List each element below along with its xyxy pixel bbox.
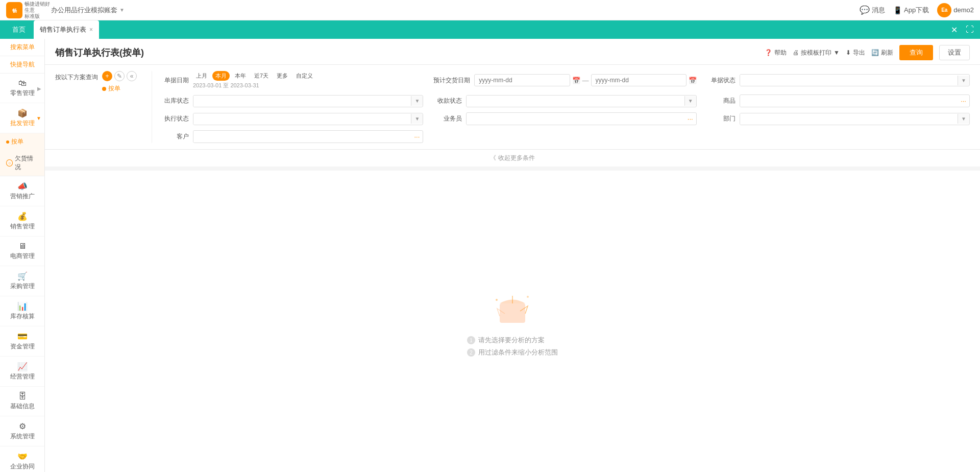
plan-dot: [102, 87, 106, 91]
exec-input[interactable]: [193, 113, 411, 125]
status-dropdown[interactable]: ▼: [740, 74, 970, 86]
dept-dropdown[interactable]: ▼: [740, 113, 970, 125]
sidebar-item-marketing[interactable]: 📣 营销推广: [0, 176, 44, 206]
dept-input[interactable]: [740, 113, 958, 125]
empty-state: 1 请先选择要分析的方案 2 用过滤条件来缩小分析范围: [45, 171, 980, 472]
sidebar-item-system[interactable]: ⚙ 系统管理: [0, 416, 44, 446]
delivery-input[interactable]: [193, 96, 411, 107]
submenu-item-debt[interactable]: ○ 欠货情况: [0, 150, 44, 176]
status-dropdown-arrow[interactable]: ▼: [958, 76, 969, 85]
help-button[interactable]: ❓ 帮助: [765, 49, 787, 57]
logo-icon: 畅: [6, 2, 22, 18]
plan-item-order[interactable]: 按单: [102, 84, 137, 93]
export-button[interactable]: ⬇ 导出: [846, 49, 865, 57]
expected-date-end-input[interactable]: [591, 74, 687, 86]
exec-dropdown[interactable]: ▼: [193, 113, 423, 125]
date-tab-custom[interactable]: 自定义: [293, 71, 316, 81]
empty-step-1: 1 请先选择要分析的方案: [467, 336, 558, 345]
sidebar-item-wholesale[interactable]: 📦 批发管理 ▼: [0, 103, 44, 133]
tab-bar: 首页 销售订单执行表 × ✕ ⛶: [0, 20, 980, 39]
date-tab-more[interactable]: 更多: [274, 71, 291, 81]
sidebar-item-finance[interactable]: 💳 资金管理: [0, 326, 44, 357]
filter-row-4: 客户 ···: [160, 130, 970, 143]
help-icon: ❓: [765, 49, 772, 56]
step-2-num: 2: [467, 348, 475, 357]
sidebar-item-purchase[interactable]: 🛒 采购管理: [0, 266, 44, 296]
collection-dropdown-arrow[interactable]: ▼: [684, 96, 696, 106]
collection-input[interactable]: [467, 96, 684, 107]
calendar-start-icon[interactable]: 📅: [572, 77, 580, 84]
sidebar-item-sales[interactable]: 💰 销售管理: [0, 206, 44, 237]
tab-home[interactable]: 首页: [4, 20, 34, 39]
sidebar-item-operation[interactable]: 📈 经营管理: [0, 357, 44, 387]
exec-control: ▼: [193, 113, 423, 125]
tab-sales-order[interactable]: 销售订单执行表 ×: [34, 20, 99, 39]
exec-dropdown-arrow[interactable]: ▼: [411, 114, 423, 124]
page-header: 销售订单执行表(按单) ❓ 帮助 🖨 按模板打印 ▼ ⬇ 导出 🔄 刷新: [45, 39, 980, 65]
filter-grid-section: 单据日期 上月 本月 本年 近7天 更多 自定义 20: [152, 71, 970, 143]
refresh-button[interactable]: 🔄 刷新: [871, 49, 893, 57]
customer-input[interactable]: [193, 131, 411, 143]
sidebar-search[interactable]: 搜索菜单: [0, 39, 44, 56]
submenu-item-order[interactable]: 按单: [0, 133, 44, 150]
tab-expand-button[interactable]: ⛶: [964, 24, 976, 35]
product-dots-button[interactable]: ···: [958, 95, 969, 107]
collapse-more-button[interactable]: 《 收起更多条件: [490, 154, 535, 162]
plan-collapse-button[interactable]: «: [127, 71, 137, 81]
settings-button[interactable]: 设置: [939, 45, 970, 60]
refresh-icon: 🔄: [871, 49, 879, 56]
filter-row-2: 出库状态 ▼ 收款状态: [160, 95, 970, 107]
date-tab-this-month[interactable]: 本月: [212, 71, 230, 81]
salesperson-dots-button[interactable]: ···: [684, 113, 696, 125]
product-input[interactable]: [740, 96, 958, 107]
sidebar-item-inventory[interactable]: 📊 库存核算: [0, 296, 44, 326]
dept-label: 部门: [707, 114, 736, 123]
company-selector[interactable]: 办公用品行业模拟账套 ▼: [51, 6, 860, 15]
filter-collection: 收款状态 ▼: [433, 95, 696, 107]
salesperson-input-group: ···: [466, 112, 696, 125]
collection-dropdown[interactable]: ▼: [466, 95, 696, 107]
delivery-dropdown-arrow[interactable]: ▼: [411, 96, 423, 106]
date-tab-this-year[interactable]: 本年: [232, 71, 249, 81]
empty-illustration: [489, 286, 535, 332]
salesperson-input[interactable]: [467, 113, 684, 125]
company-dropdown-arrow: ▼: [119, 7, 125, 13]
sidebar-item-basic[interactable]: 🗄 基础信息: [0, 387, 44, 416]
customer-input-group: ···: [193, 130, 423, 143]
main-layout: 搜索菜单 快捷导航 🛍 零售管理 ▶ 📦 批发管理 ▼ 按单 ○ 欠货情况 📣 …: [0, 39, 980, 472]
status-label: 单据状态: [707, 76, 736, 85]
user-menu[interactable]: Ea demo2: [937, 3, 974, 17]
delivery-dropdown[interactable]: ▼: [193, 95, 423, 107]
sidebar-nav[interactable]: 快捷导航: [0, 56, 44, 74]
expected-date-start-input[interactable]: [474, 74, 570, 86]
calendar-end-icon[interactable]: 📅: [689, 77, 697, 84]
status-input[interactable]: [740, 75, 958, 86]
date-label: 单据日期: [160, 76, 189, 85]
plan-edit-button[interactable]: ✎: [114, 71, 125, 81]
sidebar-item-retail[interactable]: 🛍 零售管理 ▶: [0, 74, 44, 103]
date-tab-last-month[interactable]: 上月: [193, 71, 210, 81]
export-icon: ⬇: [846, 49, 851, 56]
dept-dropdown-arrow[interactable]: ▼: [958, 114, 969, 124]
customer-dots-button[interactable]: ···: [411, 131, 423, 143]
customer-label: 客户: [160, 132, 189, 141]
delivery-control: ▼: [193, 95, 423, 107]
customer-control: ···: [193, 130, 423, 143]
exec-label: 执行状态: [160, 114, 189, 123]
sidebar-item-cooperation[interactable]: 🤝 企业协同: [0, 446, 44, 472]
salesperson-label: 业务员: [433, 114, 462, 123]
app-download-button[interactable]: 📱 App下载: [893, 6, 929, 15]
message-button[interactable]: 💬 消息: [860, 5, 885, 15]
print-template-button[interactable]: 🖨 按模板打印 ▼: [793, 49, 840, 57]
filter-expected-date: 预计交货日期 📅 — 📅: [433, 71, 696, 89]
logo-area: 畅 畅捷进销好生意 标准版: [6, 1, 51, 19]
tab-close-button[interactable]: ×: [89, 26, 93, 33]
date-tab-7days[interactable]: 近7天: [251, 71, 272, 81]
active-dot: [6, 140, 9, 144]
sidebar-item-ecommerce[interactable]: 🖥 电商管理: [0, 237, 44, 266]
query-button[interactable]: 查询: [899, 45, 933, 60]
tab-close-all-button[interactable]: ✕: [949, 24, 960, 36]
filter-main-section: 按以下方案查询 + ✎ « 按单: [55, 71, 970, 143]
expected-date-label: 预计交货日期: [433, 76, 470, 85]
plan-add-button[interactable]: +: [102, 71, 112, 81]
